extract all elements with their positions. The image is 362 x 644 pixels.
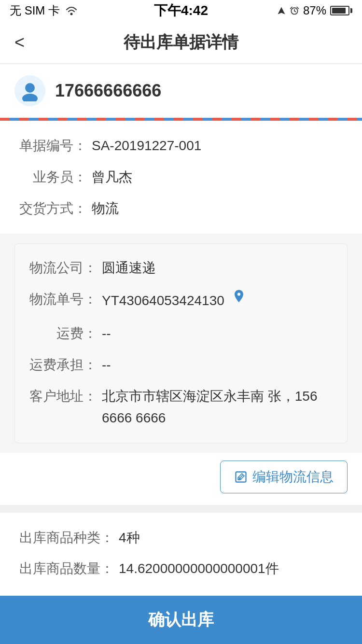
document-no-value: SA-20191227-001 [92,135,343,157]
confirm-button[interactable]: 确认出库 [0,596,362,644]
nav-bar: < 待出库单据详情 [0,21,362,64]
freight-bear-row: 运费承担： -- [29,354,333,376]
status-time: 下午4:42 [154,1,208,20]
delivery-value: 物流 [92,198,343,220]
avatar-icon [19,80,41,101]
freight-value: -- [102,323,333,345]
edit-logistics-button[interactable]: 编辑物流信息 [220,461,348,493]
edit-logistics-area: 编辑物流信息 [0,453,362,505]
document-no-row: 单据编号： SA-20191227-001 [19,135,343,157]
location-arrow-icon [277,6,286,15]
document-no-label: 单据编号： [19,135,87,157]
delivery-label: 交货方式： [19,198,87,220]
salesman-label: 业务员： [19,167,87,188]
tracking-row: 物流单号： YT43064053424130 [29,289,333,313]
status-right: 87% [277,4,352,17]
logistics-company-label: 物流公司： [29,257,97,279]
logistics-company-value: 圆通速递 [102,257,333,279]
confirm-button-label: 确认出库 [148,609,214,631]
goods-types-row: 出库商品种类： 4种 [19,527,343,549]
wifi-icon [65,6,78,15]
freight-bear-label: 运费承担： [29,354,97,376]
address-value: 北京市市辖区海淀区永丰南 张，156 6666 6666 [102,386,333,429]
edit-icon [234,470,248,484]
salesman-value: 曾凡杰 [92,167,343,188]
status-bar: 无 SIM 卡 下午4:42 87% [0,0,362,21]
alarm-icon [290,6,299,15]
tracking-value-row: YT43064053424130 [102,289,333,313]
battery-percent: 87% [303,4,326,17]
logistics-company-row: 物流公司： 圆通速递 [29,257,333,279]
svg-point-2 [25,83,35,93]
delivery-row: 交货方式： 物流 [19,198,343,220]
battery-icon [330,6,352,15]
freight-bear-value: -- [102,354,333,376]
svg-point-3 [22,94,38,101]
avatar [14,75,45,106]
page-title: 待出库单据详情 [124,31,238,54]
goods-quantity-row: 出库商品数量： 14.62000000000000001件 [19,558,343,580]
freight-row: 运费： -- [29,323,333,345]
goods-quantity-label: 出库商品数量： [19,558,114,580]
basic-info-section: 单据编号： SA-20191227-001 业务员： 曾凡杰 交货方式： 物流 [0,121,362,234]
user-phone: 17666666666 [55,81,161,101]
back-button[interactable]: < [14,32,25,53]
carrier-text: 无 SIM 卡 [10,3,60,18]
goods-section: 出库商品种类： 4种 出库商品数量： 14.62000000000000001件 [0,513,362,595]
user-header: 17666666666 [0,64,362,118]
goods-quantity-value: 14.62000000000000001件 [119,558,343,580]
status-left: 无 SIM 卡 [10,3,78,18]
tracking-value: YT43064053424130 [102,290,224,312]
tracking-location-icon[interactable] [231,289,247,313]
salesman-row: 业务员： 曾凡杰 [19,167,343,188]
address-row: 客户地址： 北京市市辖区海淀区永丰南 张，156 6666 6666 [29,386,333,429]
goods-types-label: 出库商品种类： [19,527,114,549]
goods-types-value: 4种 [119,527,343,549]
svg-point-0 [70,13,73,15]
logistics-section: 物流公司： 圆通速递 物流单号： YT43064053424130 运费： --… [14,243,348,443]
edit-logistics-label: 编辑物流信息 [252,468,334,486]
freight-label: 运费： [29,323,97,345]
separator [0,505,362,513]
tracking-label: 物流单号： [29,289,97,310]
address-label: 客户地址： [29,386,97,407]
